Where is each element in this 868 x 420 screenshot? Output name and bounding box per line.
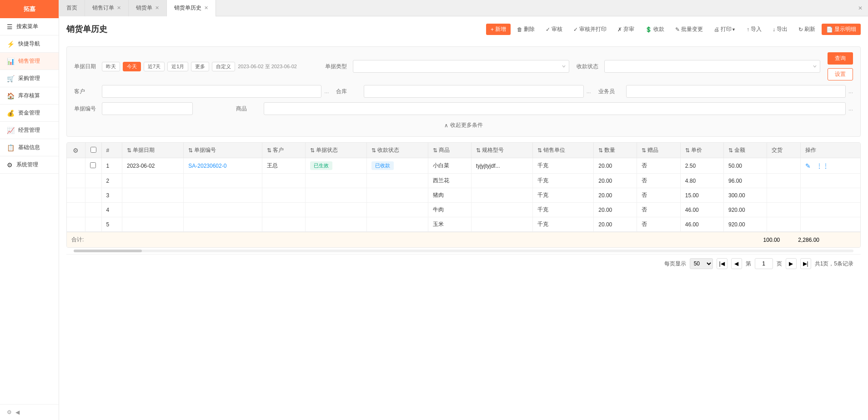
th-goods[interactable]: ⇅ 商品 xyxy=(428,143,471,158)
th-spec-type[interactable]: ⇅ 规格型号 xyxy=(471,143,532,158)
th-qty[interactable]: ⇅ 数量 xyxy=(594,143,637,158)
date-custom-btn[interactable]: 自定义 xyxy=(212,62,235,71)
sidebar-item-system-mgmt[interactable]: ⚙ 系统管理 xyxy=(0,156,59,174)
tab-sales-history[interactable]: 销货单历史 ✕ xyxy=(167,0,216,16)
next-page-btn[interactable]: ▶ xyxy=(786,258,797,269)
tab-bar: 首页 销售订单 ✕ 销货单 ✕ 销货单历史 ✕ ✕ xyxy=(59,0,868,16)
row-select-checkbox[interactable] xyxy=(90,162,96,168)
goods-input[interactable] xyxy=(264,102,846,115)
select-all-checkbox[interactable] xyxy=(90,147,96,153)
th-doc-date[interactable]: ⇅ 单据日期 xyxy=(122,143,183,158)
sidebar-item-purchase-mgmt[interactable]: 🛒 采购管理 xyxy=(0,70,59,87)
prev-page-btn[interactable]: ◀ xyxy=(731,258,742,269)
th-doc-status[interactable]: ⇅ 单据状态 xyxy=(306,143,367,158)
sidebar-item-sales-mgmt[interactable]: 📊 销售管理 xyxy=(0,53,59,70)
th-gift[interactable]: ⇅ 赠品 xyxy=(637,143,680,158)
edit-icon[interactable]: ✎ xyxy=(805,162,811,170)
th-checkbox[interactable] xyxy=(85,143,101,158)
table-footer: 合计: 100.00 2,286.00 xyxy=(67,232,860,247)
close-sales-history-tab[interactable]: ✕ xyxy=(204,5,208,11)
row-doc-no[interactable]: SA-20230602-0 xyxy=(184,158,262,174)
add-button[interactable]: + 新增 xyxy=(486,24,511,35)
show-detail-button[interactable]: 📄 显示明细 xyxy=(822,24,861,35)
batch-change-button[interactable]: ✎ 批量变更 xyxy=(671,24,707,35)
collect-status-select[interactable] xyxy=(604,60,820,73)
filter-area: 单据日期 昨天 今天 近7天 近1月 更多 自定义 2023-06-02 至 2… xyxy=(66,46,861,137)
abandon-button[interactable]: ✗ 弃审 xyxy=(613,24,639,35)
per-page-select[interactable]: 50 100 xyxy=(690,258,713,269)
page-number-input[interactable] xyxy=(755,258,773,269)
filter-settings-button[interactable]: 设置 xyxy=(828,68,853,80)
row-gift: 否 xyxy=(637,174,680,188)
print-button[interactable]: 🖨 打印 ▼ xyxy=(709,24,740,35)
operations-mgmt-icon: 📈 xyxy=(7,127,15,134)
warehouse-input[interactable] xyxy=(364,85,583,98)
staff-dots[interactable]: ... xyxy=(848,88,853,95)
refresh-button[interactable]: ↻ 刷新 xyxy=(794,24,820,35)
row-checkbox[interactable] xyxy=(85,158,101,174)
row-transaction xyxy=(767,188,801,203)
row-checkbox[interactable] xyxy=(85,203,101,217)
settings-bottom-icon[interactable]: ⚙ xyxy=(7,409,12,415)
collapse-bottom-icon[interactable]: ◀ xyxy=(15,409,20,415)
collect-button[interactable]: 💲 收款 xyxy=(641,24,669,35)
query-button[interactable]: 查询 xyxy=(828,52,853,65)
sidebar-item-basic-info[interactable]: 📋 基础信息 xyxy=(0,139,59,156)
tab-sales-goods[interactable]: 销货单 ✕ xyxy=(129,0,167,16)
warehouse-dots[interactable]: ... xyxy=(587,88,591,95)
date-7days-btn[interactable]: 近7天 xyxy=(144,62,165,71)
customer-input[interactable] xyxy=(102,85,321,98)
th-doc-no[interactable]: ⇅ 单据编号 xyxy=(184,143,262,158)
sidebar-item-finance-mgmt[interactable]: 💰 资金管理 xyxy=(0,105,59,122)
tab-home[interactable]: 首页 xyxy=(59,0,85,16)
sidebar-item-label: 搜索菜单 xyxy=(16,23,38,30)
doc-no-input[interactable] xyxy=(102,102,193,115)
sidebar-item-operations-mgmt[interactable]: 📈 经营管理 xyxy=(0,122,59,139)
staff-label: 业务员 xyxy=(598,88,623,95)
customer-dots[interactable]: ... xyxy=(324,88,329,95)
col-sort-icon: ⇅ xyxy=(642,147,646,154)
sidebar-item-search-menu[interactable]: ☰ 搜索菜单 xyxy=(0,18,59,35)
close-sales-order-tab[interactable]: ✕ xyxy=(117,5,121,11)
th-sale-unit[interactable]: ⇅ 销售单位 xyxy=(532,143,594,158)
doc-no-link[interactable]: SA-20230602-0 xyxy=(188,163,226,169)
sidebar-item-inventory-calc[interactable]: 🏠 库存核算 xyxy=(0,87,59,105)
th-collect-status[interactable]: ⇅ 收款状态 xyxy=(366,143,428,158)
th-unit-price[interactable]: ⇅ 单价 xyxy=(680,143,723,158)
scrollbar-thumb[interactable] xyxy=(74,250,142,252)
date-label: 单据日期 xyxy=(74,63,99,70)
collapse-link[interactable]: ∧ 收起更多条件 xyxy=(74,120,853,131)
basic-info-icon: 📋 xyxy=(7,144,15,151)
date-more-btn[interactable]: 更多 xyxy=(191,62,209,71)
more-icon[interactable]: ⋮⋮ xyxy=(816,162,829,170)
last-page-btn[interactable]: ▶| xyxy=(800,258,811,269)
close-all-tabs[interactable]: ✕ xyxy=(853,5,868,11)
date-1month-btn[interactable]: 近1月 xyxy=(167,62,188,71)
first-page-btn[interactable]: |◀ xyxy=(717,258,728,269)
row-checkbox[interactable] xyxy=(85,174,101,188)
sidebar-item-quick-nav[interactable]: ⚡ 快捷导航 xyxy=(0,35,59,53)
date-yesterday-btn[interactable]: 昨天 xyxy=(102,62,120,71)
horizontal-scrollbar[interactable] xyxy=(66,248,861,254)
audit-button[interactable]: ✓ 审核 xyxy=(541,24,567,35)
tab-sales-order[interactable]: 销售订单 ✕ xyxy=(85,0,129,16)
th-amount[interactable]: ⇅ 金额 xyxy=(724,143,767,158)
delete-button[interactable]: 🗑 删除 xyxy=(512,24,539,35)
sidebar-item-label: 资金管理 xyxy=(18,109,40,117)
row-checkbox[interactable] xyxy=(85,188,101,203)
th-gear[interactable]: ⚙ xyxy=(67,143,85,158)
refresh-icon: ↻ xyxy=(798,26,803,33)
doc-type-select[interactable] xyxy=(353,60,569,73)
row-checkbox[interactable] xyxy=(85,217,101,232)
th-customer[interactable]: ⇅ 客户 xyxy=(262,143,305,158)
import-button[interactable]: ↑ 导入 xyxy=(742,24,766,35)
goods-dots[interactable]: ... xyxy=(848,105,853,112)
date-today-btn[interactable]: 今天 xyxy=(123,62,141,71)
row-doc-date xyxy=(122,188,183,203)
staff-input[interactable] xyxy=(626,85,846,98)
audit-print-button[interactable]: ✓ 审核并打印 xyxy=(569,24,611,35)
export-button[interactable]: ↓ 导出 xyxy=(768,24,792,35)
row-doc-no xyxy=(184,203,262,217)
close-sales-goods-tab[interactable]: ✕ xyxy=(155,5,159,11)
content-area: 销货单历史 + 新增 🗑 删除 ✓ 审核 ✓ 审核并打印 xyxy=(59,16,868,420)
